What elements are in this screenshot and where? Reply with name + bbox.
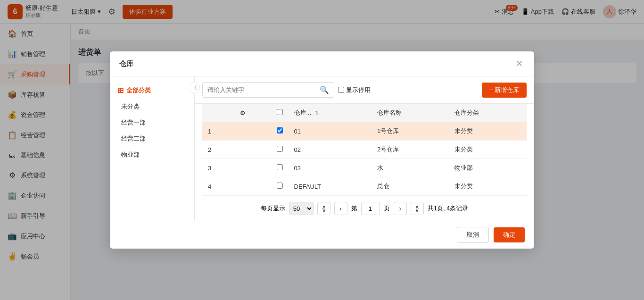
category-all[interactable]: ⊞ 全部分类 (110, 82, 194, 99)
th-name[interactable]: 仓库名称 (372, 104, 449, 122)
cell-category: 未分类 (449, 177, 527, 196)
cancel-button[interactable]: 取消 (457, 227, 489, 243)
cell-num: 3 (202, 159, 234, 177)
cell-code: 03 (289, 159, 372, 177)
modal-overlay: 仓库 ✕ 《 ⊞ 全部分类 未分类 经营一部 经营二部 物业部 (0, 0, 644, 300)
th-category[interactable]: 仓库分类 (449, 104, 527, 122)
cell-name: 水 (372, 159, 449, 177)
row-checkbox[interactable] (277, 146, 283, 152)
sort-icon-code: ⇅ (315, 110, 319, 116)
row-checkbox[interactable] (277, 164, 283, 170)
modal-title: 仓库 (119, 59, 133, 68)
warehouse-table: ⚙ 仓库... ⇅ 仓库名称 仓库分类 (202, 104, 527, 196)
add-warehouse-button[interactable]: + 新增仓库 (482, 83, 527, 98)
table-row[interactable]: 3 03 水 物业部 (202, 159, 527, 177)
category-item-property[interactable]: 物业部 (110, 147, 194, 163)
collapse-button[interactable]: 《 (189, 82, 200, 93)
th-settings: ⚙ (234, 104, 271, 122)
per-page-label: 每页显示 (261, 204, 285, 213)
cell-num: 2 (202, 141, 234, 159)
th-num (202, 104, 234, 122)
cell-code: 02 (289, 141, 372, 159)
cell-num: 4 (202, 177, 234, 196)
cell-category: 未分类 (449, 122, 527, 141)
cell-name: 2号仓库 (372, 141, 449, 159)
cell-dots (234, 141, 271, 159)
grid-icon: ⊞ (117, 86, 124, 95)
modal-header: 仓库 ✕ (110, 51, 534, 76)
category-item-unclassified[interactable]: 未分类 (110, 99, 194, 115)
warehouse-table-wrap: ⚙ 仓库... ⇅ 仓库名称 仓库分类 (195, 104, 534, 196)
first-page-button[interactable]: ⟪ (317, 202, 330, 215)
modal-footer: 取消 确定 (110, 221, 534, 249)
warehouse-modal: 仓库 ✕ 《 ⊞ 全部分类 未分类 经营一部 经营二部 物业部 (110, 51, 534, 249)
page-label: 第 (351, 204, 357, 213)
cell-name: 总仓 (372, 177, 449, 196)
page-number-input[interactable] (361, 202, 380, 215)
warehouse-toolbar: 🔍 显示停用 + 新增仓库 (195, 76, 534, 104)
page-unit: 页 (384, 204, 390, 213)
search-wrap: 🔍 (202, 82, 334, 98)
show-disabled-checkbox[interactable] (338, 87, 344, 93)
show-disabled-label[interactable]: 显示停用 (338, 86, 371, 94)
cell-code: 01 (289, 122, 372, 141)
cell-dots (234, 159, 271, 177)
cell-category: 物业部 (449, 159, 527, 177)
table-row[interactable]: 2 02 2号仓库 未分类 (202, 141, 527, 159)
cell-category: 未分类 (449, 141, 527, 159)
cell-num: 1 (202, 122, 234, 141)
search-button[interactable]: 🔍 (315, 83, 334, 97)
row-checkbox[interactable] (277, 183, 283, 189)
category-item-dept2[interactable]: 经营二部 (110, 131, 194, 147)
select-all-checkbox[interactable] (277, 109, 283, 115)
pagination: 每页显示 50 100 200 ⟪ ‹ 第 页 › ⟫ 共1页, 4条记录 (195, 196, 534, 221)
category-panel: 《 ⊞ 全部分类 未分类 经营一部 经营二部 物业部 (110, 76, 195, 221)
cell-dots (234, 122, 271, 141)
cell-checkbox (271, 159, 289, 177)
search-input[interactable] (203, 83, 315, 96)
cell-dots (234, 177, 271, 196)
cell-checkbox (271, 122, 289, 141)
table-header-row: ⚙ 仓库... ⇅ 仓库名称 仓库分类 (202, 104, 527, 122)
table-row[interactable]: 1 01 1号仓库 未分类 (202, 122, 527, 141)
next-page-button[interactable]: › (394, 202, 407, 215)
cell-checkbox (271, 141, 289, 159)
prev-page-button[interactable]: ‹ (334, 202, 347, 215)
last-page-button[interactable]: ⟫ (411, 202, 424, 215)
confirm-button[interactable]: 确定 (494, 227, 525, 242)
per-page-select[interactable]: 50 100 200 (289, 202, 314, 215)
modal-body: 《 ⊞ 全部分类 未分类 经营一部 经营二部 物业部 🔍 (110, 76, 534, 221)
row-checkbox[interactable] (277, 127, 283, 133)
warehouse-list-panel: 🔍 显示停用 + 新增仓库 ⚙ (195, 76, 534, 221)
cell-name: 1号仓库 (372, 122, 449, 141)
modal-close-button[interactable]: ✕ (513, 58, 525, 69)
cell-checkbox (271, 177, 289, 196)
th-code[interactable]: 仓库... ⇅ (289, 104, 372, 122)
category-item-dept1[interactable]: 经营一部 (110, 115, 194, 131)
table-row[interactable]: 4 DEFAULT 总仓 未分类 (202, 177, 527, 196)
th-checkbox (271, 104, 289, 122)
cell-code: DEFAULT (289, 177, 372, 196)
total-label: 共1页, 4条记录 (428, 204, 469, 213)
